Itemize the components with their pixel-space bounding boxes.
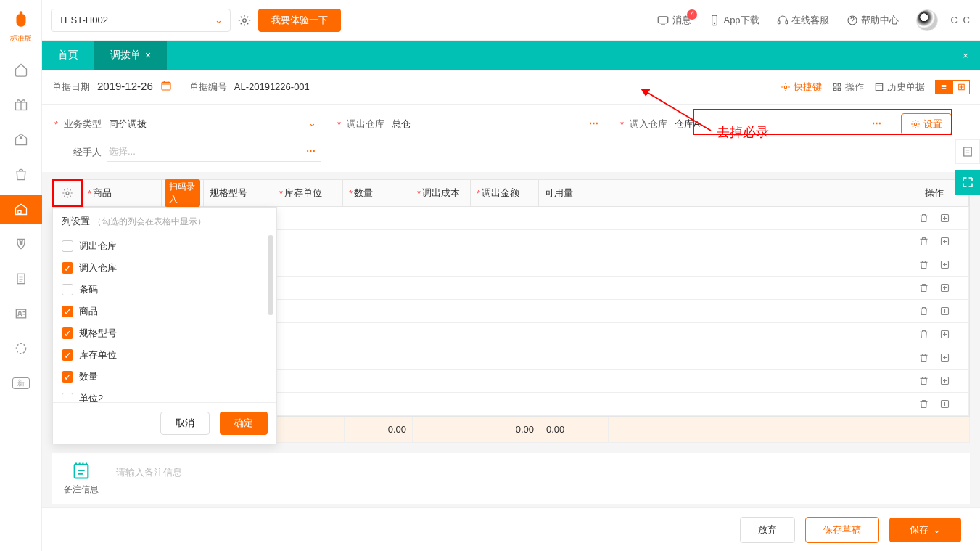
add-row-icon[interactable] — [939, 329, 950, 340]
column-option[interactable]: ✓规格型号 — [62, 322, 259, 344]
chevron-down-icon: ⌄ — [308, 118, 316, 128]
svg-point-10 — [715, 23, 715, 23]
column-option[interactable]: ✓数量 — [62, 366, 259, 388]
delete-icon[interactable] — [918, 352, 929, 363]
svg-rect-18 — [833, 88, 836, 91]
checkbox[interactable]: ✓ — [62, 262, 73, 274]
checkbox[interactable]: ✓ — [62, 306, 73, 317]
checkbox[interactable] — [62, 284, 73, 295]
messages-link[interactable]: 消息 4 — [656, 14, 691, 27]
view-list-icon[interactable]: ≡ — [935, 80, 952, 94]
try-button[interactable]: 我要体验一下 — [258, 9, 341, 32]
nav-money[interactable]: ¥ — [0, 229, 42, 258]
add-row-icon[interactable] — [939, 306, 950, 317]
delete-icon[interactable] — [918, 306, 929, 317]
delete-icon[interactable] — [918, 329, 929, 340]
add-row-icon[interactable] — [939, 399, 950, 409]
tab-home[interactable]: 首页 — [42, 41, 94, 70]
ok-button[interactable]: 确定 — [220, 412, 268, 435]
column-option[interactable]: 单位2 — [62, 388, 259, 402]
column-settings-button[interactable] — [52, 179, 83, 207]
checkbox[interactable] — [62, 393, 73, 402]
th-unit: *库存单位 — [273, 180, 343, 206]
scrollbar[interactable] — [268, 235, 273, 315]
add-row-icon[interactable] — [939, 375, 950, 386]
column-option-label: 调入仓库 — [79, 261, 117, 274]
add-row-icon[interactable] — [939, 259, 950, 270]
settings-icon[interactable] — [238, 14, 251, 27]
date-value[interactable]: 2019-12-26 — [97, 80, 153, 94]
view-toggle[interactable]: ≡ ⊞ — [935, 80, 970, 94]
column-option[interactable]: ✓库存单位 — [62, 344, 259, 366]
nav-contact[interactable] — [0, 299, 42, 328]
nav-home[interactable] — [0, 55, 42, 84]
column-option[interactable]: 调出仓库 — [62, 235, 259, 257]
svg-rect-19 — [838, 88, 841, 91]
delete-icon[interactable] — [918, 282, 929, 293]
th-outamt: *调出金额 — [471, 180, 539, 206]
out-wh-select[interactable]: 总仓 ⋯ — [390, 115, 604, 134]
delete-icon[interactable] — [918, 259, 929, 270]
add-row-icon[interactable] — [939, 282, 950, 293]
date-label: 单据日期 — [52, 81, 90, 94]
column-option[interactable]: ✓调入仓库 — [62, 257, 259, 279]
svg-rect-11 — [778, 20, 780, 23]
operate-link[interactable]: 操作 — [832, 81, 864, 94]
nav-clipboard[interactable] — [0, 264, 42, 293]
shortcut-link[interactable]: 快捷键 — [781, 81, 822, 94]
items-table: *商品 扫码录入 规格型号 *库存单位 *数量 *调出成本 *调出金额 可用量 … — [52, 179, 970, 443]
nav-gift[interactable] — [0, 90, 42, 119]
checkbox[interactable]: ✓ — [62, 349, 73, 361]
cancel-button[interactable]: 取消 — [160, 412, 210, 435]
rail-expand-icon[interactable] — [955, 170, 980, 195]
th-spec: 规格型号 — [204, 180, 273, 206]
add-row-icon[interactable] — [939, 213, 950, 224]
tab-transfer[interactable]: 调拨单 × — [94, 41, 167, 70]
nav-warehouse[interactable] — [0, 195, 42, 224]
delete-icon[interactable] — [918, 213, 929, 224]
handler-select[interactable]: 选择... ⋯ — [107, 142, 321, 162]
checkbox[interactable]: ✓ — [62, 371, 73, 383]
save-button[interactable]: 保存 ⌄ — [889, 518, 961, 542]
org-select-label: TEST-H002 — [59, 15, 108, 25]
help-center-link[interactable]: 帮助中心 — [847, 14, 899, 27]
nav-new[interactable]: 新 — [0, 369, 42, 398]
online-service-link[interactable]: 在线客服 — [777, 14, 829, 27]
discard-button[interactable]: 放弃 — [740, 517, 795, 543]
checkbox[interactable]: ✓ — [62, 327, 73, 339]
nav-up[interactable] — [0, 125, 42, 154]
delete-icon[interactable] — [918, 375, 929, 386]
history-link[interactable]: 历史单据 — [874, 81, 925, 94]
view-grid-icon[interactable]: ⊞ — [952, 80, 970, 94]
docno-value: AL-20191226-001 — [234, 81, 310, 92]
user-avatar[interactable] — [916, 9, 938, 31]
column-option[interactable]: ✓商品 — [62, 301, 259, 322]
chevron-down-icon: ⌄ — [933, 524, 941, 535]
nav-bag[interactable] — [0, 160, 42, 189]
delete-icon[interactable] — [918, 236, 929, 247]
column-option-label: 规格型号 — [79, 327, 117, 340]
add-row-icon[interactable] — [939, 352, 950, 363]
save-draft-button[interactable]: 保存草稿 — [805, 517, 879, 543]
rail-note-icon[interactable] — [955, 139, 980, 164]
close-all-tabs[interactable]: × — [951, 41, 980, 70]
column-option-label: 数量 — [79, 370, 98, 383]
org-select[interactable]: TEST-H002 ⌄ — [51, 9, 231, 32]
th-scan[interactable]: 扫码录入 — [162, 180, 204, 206]
calendar-icon[interactable] — [160, 80, 172, 94]
app-download-link[interactable]: App下载 — [709, 14, 759, 27]
in-wh-select[interactable]: 仓库A ⋯ — [673, 115, 886, 134]
add-row-icon[interactable] — [939, 236, 950, 247]
nav-circle[interactable] — [0, 334, 42, 363]
th-qty: *数量 — [343, 180, 411, 206]
delete-icon[interactable] — [918, 399, 929, 409]
remark-input[interactable]: 请输入备注信息 — [110, 460, 963, 485]
total-outcost: 0.00 — [472, 417, 540, 442]
biz-type-select[interactable]: 同价调拨 ⌄ — [107, 115, 321, 134]
column-option[interactable]: 条码 — [62, 279, 259, 301]
settings-button[interactable]: 设置 — [901, 113, 952, 135]
checkbox[interactable] — [62, 240, 73, 252]
handler-label: 经手人 — [61, 146, 102, 159]
close-icon[interactable]: × — [145, 49, 151, 61]
svg-rect-8 — [659, 16, 669, 23]
